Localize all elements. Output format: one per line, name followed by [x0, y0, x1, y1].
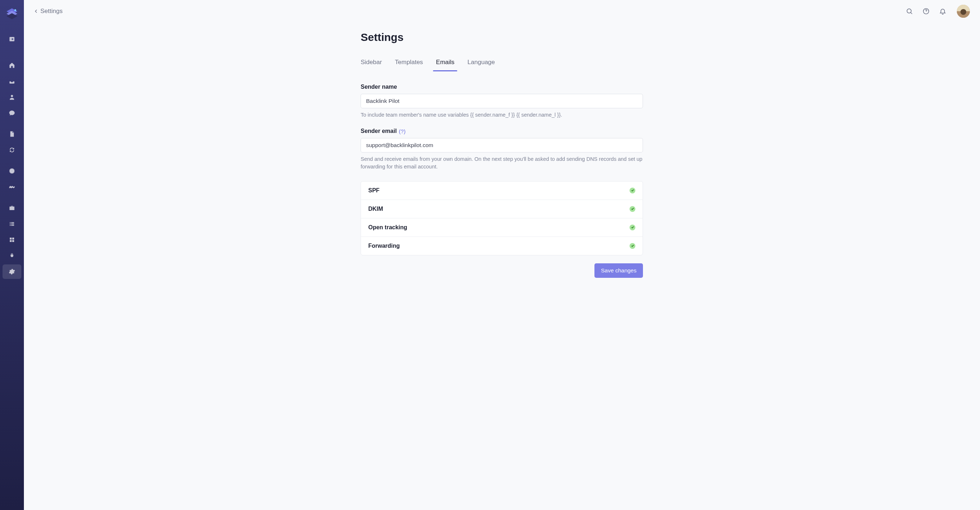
- breadcrumb-label: Settings: [41, 8, 63, 15]
- help-icon: [923, 8, 930, 15]
- nav-home-icon[interactable]: [3, 58, 21, 72]
- search-icon: [906, 8, 913, 15]
- sender-name-group: Sender name To include team member's nam…: [361, 84, 643, 118]
- dns-status-list: SPF DKIM Open tracking Forwarding: [361, 181, 643, 255]
- chevron-left-icon: [34, 9, 38, 13]
- nav-list-icon[interactable]: [3, 217, 21, 231]
- sender-name-hint: To include team member's name use variab…: [361, 111, 643, 118]
- svg-point-10: [961, 9, 966, 15]
- nav-arrow-icon[interactable]: [3, 32, 21, 46]
- sender-email-hint: Send and receive emails from your own do…: [361, 155, 643, 170]
- dns-label: Forwarding: [368, 243, 400, 249]
- nav-briefcase-icon[interactable]: [3, 201, 21, 215]
- status-ok-icon: [630, 225, 635, 230]
- tab-templates[interactable]: Templates: [395, 56, 423, 71]
- avatar[interactable]: [957, 5, 970, 18]
- nav-refresh-icon[interactable]: [3, 143, 21, 157]
- app-logo[interactable]: [5, 6, 19, 21]
- status-ok-icon: [630, 188, 635, 193]
- dns-row-dkim[interactable]: DKIM: [361, 200, 643, 218]
- dns-row-forwarding[interactable]: Forwarding: [361, 237, 643, 255]
- tab-sidebar[interactable]: Sidebar: [361, 56, 382, 71]
- nav-badge-icon[interactable]: [3, 164, 21, 178]
- search-button[interactable]: [902, 4, 916, 18]
- dns-label: SPF: [368, 187, 379, 194]
- tab-emails[interactable]: Emails: [436, 56, 454, 71]
- sender-email-input[interactable]: [361, 138, 643, 153]
- sender-name-input[interactable]: [361, 94, 643, 108]
- nav-settings-icon[interactable]: [3, 265, 21, 279]
- status-ok-icon: [630, 206, 635, 212]
- nav-handshake-icon[interactable]: [3, 180, 21, 194]
- nav-chat-icon[interactable]: [3, 106, 21, 120]
- tab-language[interactable]: Language: [468, 56, 495, 71]
- sender-email-group: Sender email (?) Send and receive emails…: [361, 128, 643, 170]
- svg-point-3: [14, 10, 16, 11]
- notifications-button[interactable]: [936, 4, 950, 18]
- sender-email-label: Sender email: [361, 128, 397, 134]
- status-ok-icon: [630, 243, 635, 249]
- breadcrumb[interactable]: Settings: [34, 8, 63, 15]
- topbar: Settings: [24, 0, 980, 22]
- dns-label: DKIM: [368, 206, 383, 212]
- help-button[interactable]: [919, 4, 933, 18]
- settings-tabs: Sidebar Templates Emails Language: [361, 56, 643, 71]
- save-button[interactable]: Save changes: [595, 263, 643, 278]
- dns-row-open-tracking[interactable]: Open tracking: [361, 218, 643, 237]
- bell-icon: [939, 8, 947, 15]
- nav-inbox-icon[interactable]: [3, 74, 21, 88]
- nav-user-icon[interactable]: [3, 90, 21, 104]
- nav-plug-icon[interactable]: [3, 249, 21, 263]
- nav-grid-icon[interactable]: [3, 233, 21, 247]
- svg-point-5: [11, 95, 13, 97]
- svg-point-6: [907, 9, 911, 13]
- nav-document-icon[interactable]: [3, 127, 21, 141]
- sender-email-help-link[interactable]: (?): [399, 128, 406, 134]
- sender-name-label: Sender name: [361, 84, 397, 90]
- sidebar-nav: [0, 0, 24, 510]
- page-title: Settings: [361, 31, 643, 43]
- dns-row-spf[interactable]: SPF: [361, 182, 643, 200]
- dns-label: Open tracking: [368, 224, 407, 231]
